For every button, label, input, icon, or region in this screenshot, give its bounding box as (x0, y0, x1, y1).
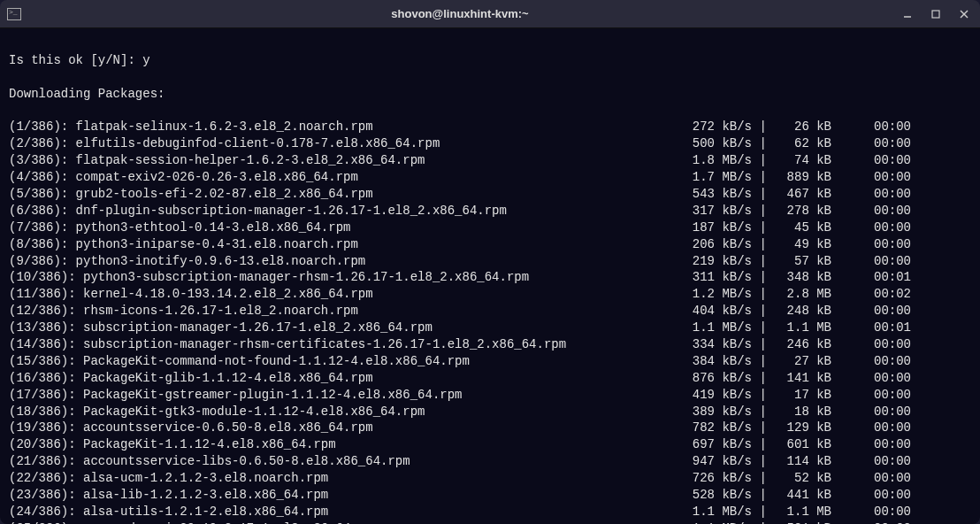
terminal-icon (7, 8, 21, 20)
maximize-button[interactable] (927, 5, 945, 23)
download-package: (15/386): PackageKit-command-not-found-1… (9, 353, 681, 370)
download-package: (6/386): dnf-plugin-subscription-manager… (9, 203, 681, 220)
download-package: (19/386): accountsservice-0.6.50-8.el8.x… (9, 420, 681, 436)
download-speed: 543 kB/s (681, 186, 752, 203)
download-time: 00:00 (831, 135, 911, 152)
close-button[interactable] (955, 5, 973, 23)
download-size: 348 kB (769, 269, 831, 286)
download-row: (10/386): python3-subscription-manager-r… (9, 269, 971, 286)
download-size: 2.8 MB (769, 286, 831, 303)
download-time: 00:00 (831, 186, 911, 203)
download-speed: 500 kB/s (681, 135, 752, 152)
download-speed: 697 kB/s (681, 436, 752, 453)
download-time: 00:02 (831, 286, 911, 303)
download-time: 00:00 (831, 520, 911, 524)
download-time: 00:01 (831, 269, 911, 286)
download-speed: 782 kB/s (681, 420, 752, 436)
download-size: 45 kB (769, 220, 831, 236)
download-row: (19/386): accountsservice-0.6.50-8.el8.x… (9, 420, 971, 436)
download-size: 1.1 MB (769, 504, 831, 520)
download-size: 49 kB (769, 236, 831, 253)
download-time: 00:00 (831, 353, 911, 370)
download-speed: 1.1 MB/s (681, 504, 752, 520)
download-package: (20/386): PackageKit-1.1.12-4.el8.x86_64… (9, 436, 681, 453)
download-package: (16/386): PackageKit-glib-1.1.12-4.el8.x… (9, 370, 681, 387)
download-package: (3/386): flatpak-session-helper-1.6.2-3.… (9, 152, 681, 169)
download-speed: 187 kB/s (681, 220, 752, 236)
download-size: 278 kB (769, 203, 831, 220)
download-size: 62 kB (769, 135, 831, 152)
download-row: (22/386): alsa-ucm-1.2.1.2-3.el8.noarch.… (9, 470, 971, 487)
window-title: shovon@linuxhint-kvm:~ (21, 7, 899, 20)
status-line: Downloading Packages: (9, 86, 971, 103)
download-size: 889 kB (769, 169, 831, 186)
download-size: 17 kB (769, 387, 831, 404)
download-time: 00:00 (831, 303, 911, 320)
download-package: (8/386): python3-iniparse-0.4-31.el8.noa… (9, 236, 681, 253)
download-speed: 1.1 MB/s (681, 520, 752, 524)
download-package: (10/386): python3-subscription-manager-r… (9, 269, 681, 286)
download-package: (2/386): elfutils-debuginfod-client-0.17… (9, 135, 681, 152)
download-speed: 528 kB/s (681, 487, 752, 504)
download-speed: 947 kB/s (681, 453, 752, 470)
download-package: (17/386): PackageKit-gstreamer-plugin-1.… (9, 387, 681, 404)
download-time: 00:00 (831, 504, 911, 520)
download-time: 00:00 (831, 336, 911, 353)
download-time: 00:00 (831, 203, 911, 220)
download-package: (18/386): PackageKit-gtk3-module-1.1.12-… (9, 404, 681, 420)
download-row: (6/386): dnf-plugin-subscription-manager… (9, 203, 971, 220)
download-row: (25/386): anaconda-gui-29.19.2.17-1.el8.… (9, 520, 971, 524)
download-row: (8/386): python3-iniparse-0.4-31.el8.noa… (9, 236, 971, 253)
download-size: 52 kB (769, 470, 831, 487)
minimize-button[interactable] (899, 5, 916, 23)
download-time: 00:00 (831, 236, 911, 253)
download-package: (1/386): flatpak-selinux-1.6.2-3.el8_2.n… (9, 119, 681, 135)
download-time: 00:00 (831, 420, 911, 436)
titlebar: shovon@linuxhint-kvm:~ (0, 0, 980, 28)
download-row: (7/386): python3-ethtool-0.14-3.el8.x86_… (9, 220, 971, 236)
download-time: 00:00 (831, 220, 911, 236)
download-row: (15/386): PackageKit-command-not-found-1… (9, 353, 971, 370)
download-time: 00:01 (831, 320, 911, 336)
download-package: (4/386): compat-exiv2-026-0.26-3.el8.x86… (9, 169, 681, 186)
download-row: (5/386): grub2-tools-efi-2.02-87.el8_2.x… (9, 186, 971, 203)
download-speed: 1.2 MB/s (681, 286, 752, 303)
download-size: 246 kB (769, 336, 831, 353)
download-speed: 272 kB/s (681, 119, 752, 135)
prompt-line: Is this ok [y/N]: y (9, 52, 971, 69)
download-package: (23/386): alsa-lib-1.2.1.2-3.el8.x86_64.… (9, 487, 681, 504)
download-time: 00:00 (831, 436, 911, 453)
download-speed: 1.7 MB/s (681, 169, 752, 186)
terminal-output[interactable]: Is this ok [y/N]: y Downloading Packages… (0, 28, 980, 524)
download-size: 601 kB (769, 436, 831, 453)
download-package: (22/386): alsa-ucm-1.2.1.2-3.el8.noarch.… (9, 470, 681, 487)
download-size: 129 kB (769, 420, 831, 436)
download-time: 00:00 (831, 387, 911, 404)
download-time: 00:00 (831, 470, 911, 487)
download-time: 00:00 (831, 487, 911, 504)
download-row: (18/386): PackageKit-gtk3-module-1.1.12-… (9, 404, 971, 420)
download-speed: 317 kB/s (681, 203, 752, 220)
download-size: 57 kB (769, 253, 831, 270)
download-package: (7/386): python3-ethtool-0.14-3.el8.x86_… (9, 220, 681, 236)
download-speed: 419 kB/s (681, 387, 752, 404)
download-size: 1.1 MB (769, 320, 831, 336)
download-row: (20/386): PackageKit-1.1.12-4.el8.x86_64… (9, 436, 971, 453)
download-package: (5/386): grub2-tools-efi-2.02-87.el8_2.x… (9, 186, 681, 203)
download-time: 00:00 (831, 253, 911, 270)
download-package: (13/386): subscription-manager-1.26.17-1… (9, 320, 681, 336)
download-package: (25/386): anaconda-gui-29.19.2.17-1.el8.… (9, 520, 681, 524)
download-size: 114 kB (769, 453, 831, 470)
download-speed: 389 kB/s (681, 404, 752, 420)
download-row: (16/386): PackageKit-glib-1.1.12-4.el8.x… (9, 370, 971, 387)
download-speed: 311 kB/s (681, 269, 752, 286)
download-size: 18 kB (769, 404, 831, 420)
download-package: (11/386): kernel-4.18.0-193.14.2.el8_2.x… (9, 286, 681, 303)
download-time: 00:00 (831, 119, 911, 135)
download-time: 00:00 (831, 370, 911, 387)
download-size: 27 kB (769, 353, 831, 370)
download-size: 521 kB (769, 520, 831, 524)
download-size: 441 kB (769, 487, 831, 504)
download-row: (21/386): accountsservice-libs-0.6.50-8.… (9, 453, 971, 470)
download-row: (12/386): rhsm-icons-1.26.17-1.el8_2.noa… (9, 303, 971, 320)
